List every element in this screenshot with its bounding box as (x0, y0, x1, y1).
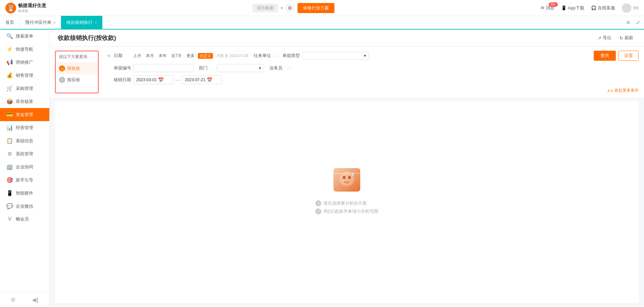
gear-button[interactable]: ⚙ (285, 3, 295, 13)
logo-area: 🐰 畅捷通好生意 标准版 (5, 3, 46, 13)
avatar (622, 3, 631, 13)
page-header: 收款核销执行(按收款) ↗ 导出 ↻ 刷新 (50, 30, 644, 47)
sidebar-label-member: 畅会员 (16, 216, 29, 222)
sidebar-item-inventory[interactable]: 📦 库存核算 (0, 95, 49, 108)
writeoff-date-start-input[interactable]: 2023-03-01 📅 (133, 75, 173, 84)
username: Rit (633, 5, 639, 10)
service-icon: 🎧 (591, 5, 596, 10)
user-area[interactable]: Rit (622, 3, 639, 13)
sidebar-label-hardware: 智能硬件 (16, 190, 33, 196)
date-hint: 不限 至 2023-07-26 (216, 53, 248, 58)
date-btn-prev-month[interactable]: 上月 (132, 52, 143, 59)
filter-option-by-collection[interactable]: 💰 按收款 (56, 63, 98, 74)
filter-row-3: 核销日期 2023-03-01 📅 — 2023-07-21 📅 (114, 75, 639, 84)
sidebar-item-search[interactable]: 🔍 搜索菜单 (0, 30, 49, 43)
chevron-down-dept: ▾ (259, 66, 261, 70)
date-btn-7days[interactable]: 近7天 (170, 52, 183, 59)
sidebar-item-basic-info[interactable]: 📋 基础信息 (0, 134, 49, 147)
sidebar-item-quick-nav[interactable]: ⚡ 快捷导航 (0, 43, 49, 56)
dept-field: 部门 ▾ (199, 64, 264, 72)
message-button[interactable]: ✉ 消息 99+ (541, 5, 554, 11)
by-receivable-label: 按应收 (67, 77, 80, 83)
app-download-label: App下载 (568, 5, 584, 11)
writeoff-date-label: 核销日期 (114, 77, 131, 83)
sidebar-item-sales[interactable]: 💰 销售管理 (0, 69, 49, 82)
filter-sidebar: 按以下方案查询 💰 按收款 ⏱ 按应收 (55, 51, 99, 93)
tab-prepay-close[interactable]: × (53, 20, 55, 24)
message-icon: ✉ (541, 5, 544, 10)
brand-name: 畅捷通好生意 (18, 3, 46, 9)
settings-bottom-icon[interactable]: ⚙ (9, 295, 17, 304)
sidebar-item-marketing[interactable]: 📢 营销推广 (0, 56, 49, 69)
filter-row-2: 单据编号 部门 ▾ 业务员 ··· (114, 64, 639, 72)
export-button[interactable]: ↗ 导出 (595, 34, 614, 42)
empty-step2: 2 用[过滤]条件来缩小分析范围 (315, 208, 378, 214)
tab-home[interactable]: 首页 (0, 16, 20, 29)
export-icon: ↗ (598, 36, 601, 41)
expand-tab-icon[interactable]: ⤢ (634, 18, 641, 27)
empty-text: 1 请先选择要分析的方案 2 用[过滤]条件来缩小分析范围 (315, 200, 378, 216)
sidebar-label-wechat: 企业微信 (16, 203, 33, 209)
tab-collection-close[interactable]: × (95, 20, 97, 24)
collapse-conditions-btn[interactable]: ∧∧ 收起更多条件 (114, 88, 639, 93)
sidebar-item-wechat[interactable]: 💬 企业微信 (0, 200, 49, 213)
date-label: 日期 (114, 53, 130, 59)
sidebar-item-purchase[interactable]: 🛒 采购管理 (0, 82, 49, 95)
date-btn-more[interactable]: 更多 (185, 52, 196, 59)
logo-icon: 🐰 (5, 3, 16, 13)
industry-btn[interactable]: 体验行业方案 (298, 3, 334, 13)
doc-type-select[interactable]: ▾ (302, 52, 369, 60)
sidebar-item-enterprise[interactable]: 🏢 企业协同 (0, 160, 49, 173)
doc-no-input[interactable] (133, 64, 194, 72)
tab-home-label: 首页 (5, 19, 14, 25)
chevron-down-icon[interactable]: ▾ (281, 6, 283, 10)
sidebar-label-purchase: 采购管理 (16, 86, 33, 92)
topbar-right: ✉ 消息 99+ 📱 App下载 🎧 在线客服 Rit (541, 3, 639, 13)
svg-point-2 (343, 176, 345, 179)
sidebar-item-operation[interactable]: 📊 经营管理 (0, 121, 49, 134)
quick-nav-icon: ⚡ (6, 46, 13, 52)
sidebar-item-guide[interactable]: 🎯 新手引导 (0, 173, 49, 187)
sidebar-item-system[interactable]: ⚙ 系统管理 (0, 147, 49, 160)
date-separator: — (175, 78, 180, 83)
purchase-icon: 🛒 (6, 85, 13, 92)
writeoff-date-end-input[interactable]: 2023-07-21 📅 (182, 75, 222, 84)
sidebar: 🔍 搜索菜单 ⚡ 快捷导航 📢 营销推广 💰 销售管理 🛒 采购管理 📦 库存核… (0, 30, 50, 307)
refresh-label: 刷新 (625, 35, 633, 41)
date-btn-this-year[interactable]: 本年 (157, 52, 168, 59)
workspace-name[interactable]: 演示账套 (253, 4, 278, 12)
sidebar-item-finance[interactable]: 💳 资金管理 (0, 108, 49, 121)
tab-collection-label: 收款核销执行 (66, 19, 93, 25)
enterprise-icon: 🏢 (6, 164, 13, 170)
sidebar-label-guide: 新手引导 (16, 177, 33, 183)
doc-no-field: 单据编号 (114, 64, 194, 72)
close-tab-icon[interactable]: ✕ (625, 18, 632, 27)
date-btn-this-month[interactable]: 本月 (145, 52, 155, 59)
settings-button[interactable]: 设置 (619, 51, 639, 61)
partner-label: 往来单位 (254, 53, 271, 59)
topbar-left: 🐰 畅捷通好生意 标准版 (5, 3, 46, 13)
basic-info-icon: 📋 (6, 138, 13, 144)
filter-row-1: 日期 上月 本月 本年 近7天 更多 自定义 不限 至 2023-07-26 (114, 51, 639, 61)
step2-circle: 2 (315, 208, 321, 214)
dept-select[interactable]: ▾ (217, 64, 264, 72)
sidebar-item-hardware[interactable]: 📱 智能硬件 (0, 187, 49, 200)
refresh-icon: ↻ (620, 36, 623, 41)
query-button[interactable]: 查询 (594, 51, 616, 61)
filter-collapse-btn[interactable]: ≪ (104, 52, 114, 93)
sidebar-label-sales: 销售管理 (16, 72, 33, 79)
by-receivable-icon: ⏱ (59, 77, 65, 83)
partner-select-btn[interactable]: ··· (273, 53, 277, 58)
app-download-button[interactable]: 📱 App下载 (561, 5, 584, 11)
writeoff-date-field: 核销日期 2023-03-01 📅 — 2023-07-21 📅 (114, 75, 222, 84)
tab-prepay[interactable]: 预付冲应付单 × (20, 16, 61, 29)
filter-option-by-receivable[interactable]: ⏱ 按应收 (56, 74, 98, 86)
step1-label: 请先选择要分析的方案 (323, 200, 367, 206)
date-btn-custom[interactable]: 自定义 (198, 53, 213, 59)
online-service-button[interactable]: 🎧 在线客服 (591, 5, 615, 11)
tab-collection[interactable]: 收款核销执行 × (61, 16, 102, 29)
sidebar-item-member[interactable]: V 畅会员 (0, 213, 49, 225)
refresh-button[interactable]: ↻ 刷新 (617, 34, 636, 42)
staff-select-btn[interactable]: ··· (287, 65, 291, 71)
collapse-sidebar-icon[interactable]: ◀‖ (31, 295, 40, 304)
